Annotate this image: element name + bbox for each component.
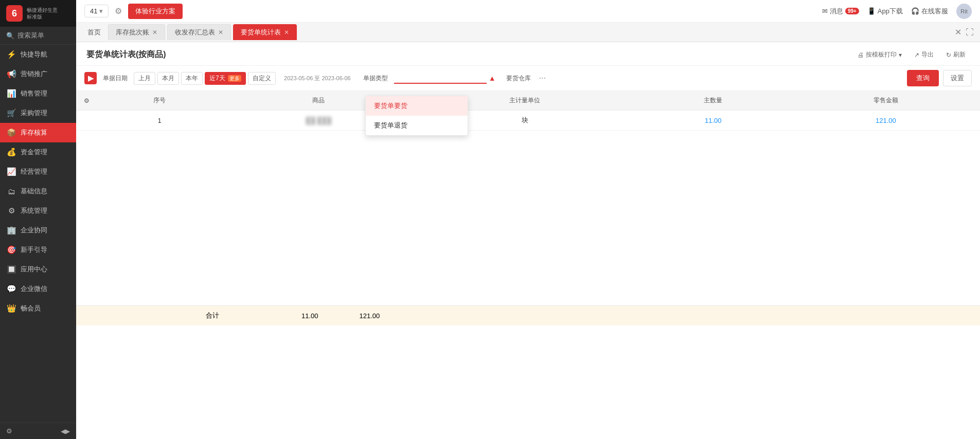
table-footer: 合计 11.00 121.00 (76, 305, 980, 325)
warehouse-more-btn[interactable]: ··· (539, 74, 546, 83)
date-range-display: 2023-05-06 至 2023-06-06 (284, 75, 351, 82)
sidebar: 6 畅捷通好生意 标准版 🔍 搜索菜单 ⚡ 快捷导航 📢 营销推广 📊 销售管理… (0, 0, 76, 439)
basic-icon: 🗂 (6, 187, 16, 196)
footer-total-label: 合计 (206, 311, 219, 320)
sidebar-item-wechat[interactable]: 💬 企业微信 (0, 279, 76, 299)
marketing-icon: 📢 (6, 69, 16, 79)
tab-close-collect-summary[interactable]: ✕ (218, 29, 223, 36)
sidebar-item-marketing[interactable]: 📢 营销推广 (0, 64, 76, 84)
refresh-btn[interactable]: ↻ 刷新 (942, 48, 970, 61)
export-btn[interactable]: ↗ 导出 (910, 48, 938, 61)
type-dropdown: 要货单要货 要货单退货 (365, 96, 468, 136)
sidebar-item-app-center[interactable]: 🔲 应用中心 (0, 260, 76, 279)
main-area: 41 ▾ ⚙ 体验行业方案 ✉ 消息 99+ 📱 App下载 🎧 在线客服 Ri… (76, 0, 980, 439)
sidebar-item-quick-nav[interactable]: ⚡ 快捷导航 (0, 45, 76, 64)
sidebar-item-purchase[interactable]: 🛒 采购管理 (0, 103, 76, 123)
page-actions: 🖨 按模板打印 ▾ ↗ 导出 ↻ 刷新 (853, 48, 970, 61)
brand-icon: 6 (6, 5, 23, 22)
dropdown-item-requisition-order[interactable]: 要货单要货 (366, 96, 468, 116)
dropdown-item-requisition-return[interactable]: 要货单退货 (366, 116, 468, 135)
sidebar-item-system[interactable]: ⚙ 系统管理 (0, 201, 76, 221)
finance-icon: 💰 (6, 148, 16, 157)
print-dropdown-icon: ▾ (899, 51, 902, 59)
query-btn[interactable]: 查询 (907, 70, 939, 86)
row-seq: 1 (97, 111, 222, 131)
quick-nav-icon: ⚡ (6, 50, 16, 59)
guide-icon: 🎯 (6, 245, 16, 254)
row-amount[interactable]: 121.00 (792, 111, 980, 131)
tabbar: 首页 库存批次账 ✕ 收发存汇总表 ✕ 要货单统计表 ✕ ✕ ⛶ (76, 23, 980, 42)
collapse-icon[interactable]: ◀▶ (61, 428, 70, 435)
tab-requisition-stat[interactable]: 要货单统计表 ✕ (233, 24, 297, 40)
sidebar-item-inventory[interactable]: 📦 库存核算 (0, 123, 76, 142)
tab-expand-btn[interactable]: ⛶ (966, 28, 974, 37)
footer-quantity: 11.00 (301, 312, 318, 320)
filter-bar: ▶ 单据日期 上月 本月 本年 近7天 更多 自定义 2023-05-06 至 … (76, 65, 980, 91)
this-month-btn[interactable]: 本月 (157, 72, 179, 85)
sidebar-item-guide[interactable]: 🎯 新手引导 (0, 240, 76, 260)
content-area: 要货单统计表(按商品) 🖨 按模板打印 ▾ ↗ 导出 ↻ 刷新 ▶ (76, 42, 980, 439)
page-title: 要货单统计表(按商品) (86, 49, 166, 60)
custom-date-btn[interactable]: 自定义 (248, 72, 276, 85)
message-btn[interactable]: ✉ 消息 99+ (822, 7, 859, 16)
sidebar-item-sales[interactable]: 📊 销售管理 (0, 84, 76, 103)
settings-icon[interactable]: ⚙ (6, 427, 12, 435)
tab-inventory-batch[interactable]: 库存批次账 ✕ (108, 24, 165, 40)
tab-home[interactable]: 首页 (82, 25, 106, 40)
topbar-gear-icon[interactable]: ⚙ (115, 6, 122, 16)
sidebar-item-finance[interactable]: 💰 资金管理 (0, 142, 76, 162)
this-year-btn[interactable]: 本年 (181, 72, 203, 85)
tab-close-all-btn[interactable]: ✕ (955, 27, 961, 37)
empty-space (76, 131, 980, 305)
col-amount: 零售金额 (792, 91, 980, 111)
tab-close-requisition-stat[interactable]: ✕ (284, 29, 289, 36)
more-badge: 更多 (228, 75, 241, 82)
app-download-btn[interactable]: 📱 App下载 (867, 7, 903, 16)
message-icon: ✉ (822, 7, 828, 15)
refresh-icon: ↻ (946, 51, 951, 59)
filter-settings-btn[interactable]: 设置 (943, 70, 972, 86)
col-seq: 序号 (97, 91, 222, 111)
export-icon: ↗ (914, 51, 919, 59)
print-template-btn[interactable]: 🖨 按模板打印 ▾ (853, 48, 906, 61)
online-service-btn[interactable]: 🎧 在线客服 (911, 7, 948, 16)
col-quantity: 主数量 (635, 91, 792, 111)
topbar: 41 ▾ ⚙ 体验行业方案 ✉ 消息 99+ 📱 App下载 🎧 在线客服 Ri… (76, 0, 980, 23)
sidebar-logo: 6 畅捷通好生意 标准版 (0, 0, 76, 27)
system-icon: ⚙ (6, 206, 16, 215)
last-7days-btn[interactable]: 近7天 更多 (205, 72, 246, 85)
type-input[interactable] (394, 72, 487, 84)
type-label: 单据类型 (363, 74, 388, 83)
trial-btn[interactable]: 体验行业方案 (128, 4, 183, 19)
sidebar-item-enterprise[interactable]: 🏢 企业协同 (0, 221, 76, 240)
tab-collect-summary[interactable]: 收发存汇总表 ✕ (167, 24, 231, 40)
last-month-btn[interactable]: 上月 (134, 72, 155, 85)
main-table: ⚙ 序号 商品 主计量单位 主数量 零售金额 1 ██ ███ 块 11.00 (76, 91, 980, 131)
col-gear[interactable]: ⚙ (76, 91, 97, 111)
type-input-wrap: ▲ (394, 72, 496, 84)
member-icon: 👑 (6, 304, 16, 313)
headset-icon: 🎧 (911, 7, 919, 15)
sidebar-item-operations[interactable]: 📈 经营管理 (0, 162, 76, 181)
topbar-left: 41 ▾ ⚙ 体验行业方案 (84, 4, 183, 19)
type-dropdown-arrow[interactable]: ▲ (489, 74, 496, 82)
footer-amount: 121.00 (360, 312, 380, 320)
filter-actions: 查询 设置 (907, 70, 972, 86)
sidebar-item-member[interactable]: 👑 畅会员 (0, 299, 76, 318)
phone-icon: 📱 (867, 7, 876, 15)
company-selector[interactable]: 41 ▾ (84, 5, 109, 17)
date-buttons: 上月 本月 本年 近7天 更多 自定义 (134, 72, 276, 85)
sidebar-search[interactable]: 🔍 搜索菜单 (0, 27, 76, 45)
sales-icon: 📊 (6, 89, 16, 98)
topbar-right: ✉ 消息 99+ 📱 App下载 🎧 在线客服 Rit (822, 4, 972, 19)
user-avatar[interactable]: Rit (956, 4, 972, 19)
date-label: 单据日期 (103, 74, 128, 83)
sidebar-nav: ⚡ 快捷导航 📢 营销推广 📊 销售管理 🛒 采购管理 📦 库存核算 💰 资金管… (0, 45, 76, 423)
row-quantity[interactable]: 11.00 (635, 111, 792, 131)
filter-toggle-btn[interactable]: ▶ (84, 72, 97, 84)
table-row: 1 ██ ███ 块 11.00 121.00 (76, 111, 980, 131)
tabbar-right: ✕ ⛶ (955, 27, 974, 37)
tab-close-inventory-batch[interactable]: ✕ (152, 29, 157, 36)
search-icon: 🔍 (6, 32, 14, 40)
sidebar-item-basic[interactable]: 🗂 基础信息 (0, 181, 76, 201)
